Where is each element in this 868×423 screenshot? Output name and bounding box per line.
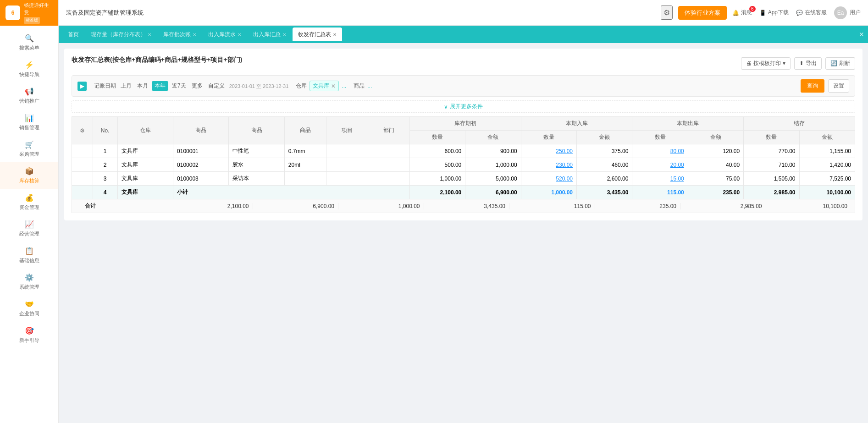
warehouse-tag-close[interactable]: ✕ bbox=[331, 83, 336, 89]
total-out-qty: 115.00 bbox=[509, 203, 595, 209]
tab-in-out-flow[interactable]: 出入库流水 ✕ bbox=[203, 27, 247, 41]
setting-button[interactable]: 设置 bbox=[828, 79, 849, 93]
sidebar-item-guide-label: 新手引导 bbox=[19, 337, 39, 344]
sidebar-item-purchase[interactable]: 🛒 采购管理 bbox=[0, 136, 58, 162]
tab-in-out-summary[interactable]: 出入库汇总 ✕ bbox=[248, 27, 292, 41]
subtotal-label: 小计 bbox=[173, 186, 368, 199]
col-header-goods-code: 商品 bbox=[173, 117, 229, 144]
expand-more-bar[interactable]: ∨ 展开更多条件 bbox=[72, 100, 855, 113]
row-gear[interactable] bbox=[72, 158, 93, 172]
subtotal-opening-amt: 6,900.00 bbox=[465, 186, 521, 199]
tab-inventory-dist-close[interactable]: ✕ bbox=[148, 32, 151, 37]
quick-nav-icon: ⚡ bbox=[25, 60, 34, 69]
sidebar-item-marketing[interactable]: 📢 营销推广 bbox=[0, 82, 58, 109]
col-header-goods-name: 商品 bbox=[229, 117, 284, 144]
data-table: ⚙ No. 仓库 商品 商品 商品 项目 部门 库存期初 本期入库 本期出库 结… bbox=[72, 116, 855, 199]
tab-home[interactable]: 首页 bbox=[62, 27, 84, 41]
marketing-icon: 📢 bbox=[25, 87, 34, 96]
row-goods-code: 0100003 bbox=[173, 172, 229, 186]
date-btn-custom[interactable]: 自定义 bbox=[206, 81, 227, 91]
sidebar-item-basic-info[interactable]: 📋 基础信息 bbox=[0, 242, 58, 269]
subtotal-out-qty[interactable]: 115.00 bbox=[632, 186, 688, 199]
app-download-button[interactable]: 📱 App下载 bbox=[759, 9, 789, 16]
sidebar-item-finance[interactable]: 💰 资金管理 bbox=[0, 189, 58, 215]
operation-icon: 📈 bbox=[25, 220, 34, 229]
tab-inventory-dist[interactable]: 现存量（库存分布表） ✕ bbox=[85, 27, 157, 41]
tab-batch-ledger-close[interactable]: ✕ bbox=[193, 32, 196, 37]
row-gear[interactable] bbox=[72, 144, 93, 158]
online-service-button[interactable]: 💬 在线客服 bbox=[796, 9, 827, 16]
col-header-in-qty: 数量 bbox=[521, 131, 576, 144]
col-header-goods-spec: 商品 bbox=[284, 117, 326, 144]
user-menu[interactable]: Ea 用户 bbox=[834, 6, 861, 19]
table-footer: 合计 2,100.00 6,900.00 1,000.00 3,435.00 1… bbox=[72, 199, 855, 213]
row-out-qty[interactable]: 80.00 bbox=[632, 144, 688, 158]
table-header-row-1: ⚙ No. 仓库 商品 商品 商品 项目 部门 库存期初 本期入库 本期出库 结… bbox=[72, 117, 855, 131]
page-title: 收发存汇总表(按仓库+商品编码+商品+规格型号+项目+部门) bbox=[72, 56, 242, 64]
sidebar-item-search[interactable]: 🔍 搜索菜单 bbox=[0, 29, 58, 56]
col-header-opening-amt: 金额 bbox=[465, 131, 521, 144]
subtotal-out-amt: 235.00 bbox=[688, 186, 743, 199]
row-in-qty[interactable]: 520.00 bbox=[521, 172, 576, 186]
tab-in-out-flow-label: 出入库流水 bbox=[208, 31, 236, 38]
sales-icon: 📊 bbox=[25, 114, 34, 122]
sidebar-item-marketing-label: 营销推广 bbox=[19, 98, 39, 104]
message-button[interactable]: 🔔 消息 6 bbox=[732, 9, 752, 16]
subtotal-in-qty[interactable]: 1,000.00 bbox=[521, 186, 576, 199]
date-btn-more[interactable]: 更多 bbox=[190, 81, 205, 91]
sidebar-item-operation[interactable]: 📈 经营管理 bbox=[0, 215, 58, 242]
date-btn-this-month[interactable]: 本月 bbox=[135, 81, 150, 91]
tab-in-out-flow-close[interactable]: ✕ bbox=[238, 32, 241, 37]
query-button[interactable]: 查询 bbox=[801, 79, 824, 93]
sidebar-item-inventory[interactable]: 📦 库存核算 bbox=[0, 162, 58, 189]
row-project bbox=[326, 158, 368, 172]
page-header-right: 🖨 按模板打印 ▾ ⬆ 导出 🔄 刷新 bbox=[741, 57, 855, 70]
row-out-amt: 40.00 bbox=[688, 158, 743, 172]
table-row: 1 文具库 0100001 中性笔 0.7mm 600.00 900.00 25… bbox=[72, 144, 855, 158]
sidebar-item-quick-nav[interactable]: ⚡ 快捷导航 bbox=[0, 56, 58, 82]
goods-more-button[interactable]: ... bbox=[367, 83, 372, 89]
row-opening-amt: 900.00 bbox=[465, 144, 521, 158]
row-out-qty[interactable]: 15.00 bbox=[632, 172, 688, 186]
sidebar-item-system[interactable]: ⚙️ 系统管理 bbox=[0, 269, 58, 295]
tabbar-close-all[interactable]: ✕ bbox=[859, 31, 864, 38]
date-btn-last-month[interactable]: 上月 bbox=[119, 81, 133, 91]
expand-more-label: 展开更多条件 bbox=[450, 103, 483, 110]
gear-col-header[interactable]: ⚙ bbox=[72, 117, 93, 144]
tab-receive-send-summary-close[interactable]: ✕ bbox=[333, 32, 337, 37]
warehouse-more-button[interactable]: ... bbox=[342, 83, 346, 89]
date-filter-label: 记账日期 bbox=[94, 82, 116, 90]
sidebar-item-guide[interactable]: 🎯 新手引导 bbox=[0, 322, 58, 348]
sidebar-item-cooperation[interactable]: 🤝 企业协同 bbox=[0, 295, 58, 322]
sidebar-item-inventory-label: 库存核算 bbox=[19, 177, 39, 184]
sidebar: 6 畅捷通好生意 标准版 🔍 搜索菜单 ⚡ 快捷导航 📢 营销推广 📊 销售管理… bbox=[0, 0, 59, 423]
logo-badge: 标准版 bbox=[24, 17, 40, 24]
total-values: 2,100.00 6,900.00 1,000.00 3,435.00 115.… bbox=[167, 203, 851, 209]
filter-toggle-button[interactable]: ▶ bbox=[77, 82, 87, 91]
gear-button[interactable]: ⚙ bbox=[661, 5, 673, 20]
app-download-label: App下载 bbox=[768, 9, 789, 16]
date-btn-last-7days[interactable]: 近7天 bbox=[170, 81, 188, 91]
service-icon: 💬 bbox=[796, 10, 803, 16]
tab-in-out-summary-close[interactable]: ✕ bbox=[282, 32, 286, 37]
row-in-amt: 460.00 bbox=[577, 158, 632, 172]
row-in-qty[interactable]: 250.00 bbox=[521, 144, 576, 158]
total-closing-amt: 10,100.00 bbox=[766, 203, 851, 209]
row-gear[interactable] bbox=[72, 172, 93, 186]
refresh-button[interactable]: 🔄 刷新 bbox=[825, 57, 855, 70]
total-label: 合计 bbox=[76, 202, 167, 210]
row-opening-qty: 600.00 bbox=[409, 144, 465, 158]
tab-receive-send-summary[interactable]: 收发存汇总表 ✕ bbox=[293, 27, 342, 41]
date-btn-this-year[interactable]: 本年 bbox=[152, 81, 168, 91]
row-closing-amt: 7,525.00 bbox=[799, 172, 855, 186]
tab-batch-ledger[interactable]: 库存批次账 ✕ bbox=[158, 27, 202, 41]
subtotal-dept bbox=[368, 186, 409, 199]
trial-button[interactable]: 体验行业方案 bbox=[678, 6, 727, 20]
sidebar-item-sales[interactable]: 📊 销售管理 bbox=[0, 109, 58, 136]
purchase-icon: 🛒 bbox=[25, 140, 34, 149]
print-button[interactable]: 🖨 按模板打印 ▾ bbox=[741, 57, 791, 70]
export-button[interactable]: ⬆ 导出 bbox=[794, 57, 822, 70]
row-out-qty[interactable]: 20.00 bbox=[632, 158, 688, 172]
col-header-warehouse: 仓库 bbox=[117, 117, 173, 144]
row-in-qty[interactable]: 230.00 bbox=[521, 158, 576, 172]
